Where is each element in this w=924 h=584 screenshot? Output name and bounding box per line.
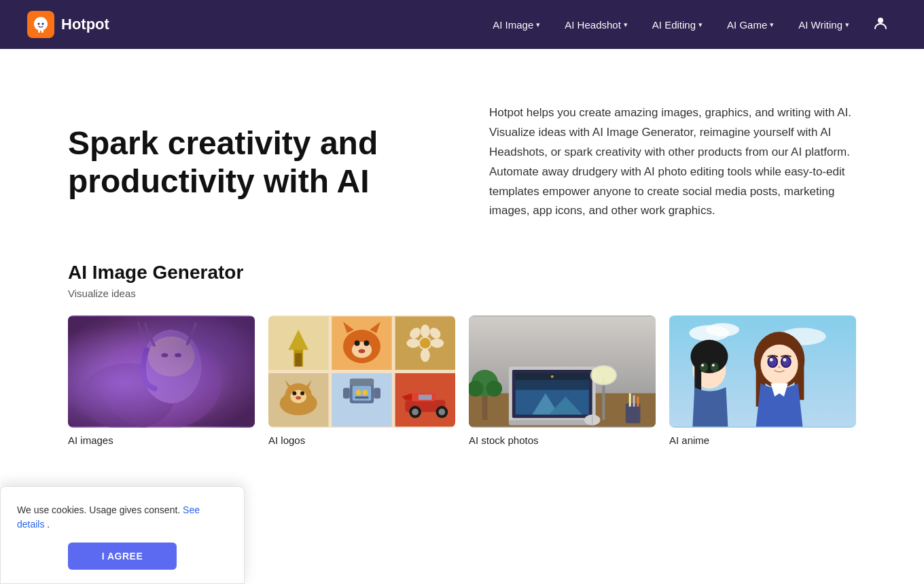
chevron-down-icon: ▾ [770,20,774,29]
card-image-ai-anime [669,315,856,428]
svg-point-67 [551,375,554,378]
nav-ai-headshot[interactable]: AI Headshot ▾ [555,14,637,36]
svg-rect-13 [295,354,302,367]
image-grid: AI images [68,315,856,446]
image-generator-section: AI Image Generator Visualize ideas [27,262,897,487]
card-label-ai-anime: AI anime [669,434,856,446]
svg-rect-61 [509,420,596,426]
svg-point-19 [355,341,360,346]
svg-rect-47 [343,388,350,399]
brand-logo[interactable]: Hotpot [27,11,109,38]
svg-rect-46 [350,379,374,385]
hero-section: Spark creativity and productivity with A… [27,49,897,262]
svg-point-74 [486,381,503,397]
svg-point-4 [101,337,221,428]
svg-point-8 [162,354,168,358]
chevron-down-icon: ▾ [845,20,849,29]
svg-point-54 [438,409,445,415]
svg-point-37 [296,396,301,400]
svg-point-6 [141,330,201,403]
svg-point-36 [300,392,304,396]
svg-point-91 [768,358,777,367]
chevron-down-icon: ▾ [698,20,703,29]
svg-point-95 [778,366,781,368]
svg-point-0 [38,23,40,25]
svg-point-27 [431,339,444,348]
card-ai-images[interactable]: AI images [68,315,255,446]
svg-point-102 [712,364,715,367]
svg-point-26 [406,339,420,348]
brand-icon [27,11,54,38]
nav-ai-image[interactable]: AI Image ▾ [483,14,550,36]
svg-point-7 [148,337,195,377]
svg-point-30 [420,338,431,349]
svg-point-43 [356,390,361,396]
nav-ai-editing[interactable]: AI Editing ▾ [643,14,712,36]
svg-rect-78 [637,397,639,407]
hero-description-block: Hotpot helps you create amazing images, … [489,103,856,221]
hero-title-block: Spark creativity and productivity with A… [68,124,435,199]
svg-point-25 [421,349,430,362]
svg-point-20 [363,341,369,346]
svg-point-92 [782,358,790,367]
card-image-ai-images [68,315,255,428]
brand-text: Hotpot [61,16,109,33]
svg-rect-76 [629,394,631,407]
svg-rect-98 [694,357,701,394]
svg-rect-45 [355,397,369,399]
card-image-ai-stock [469,315,656,428]
svg-point-88 [761,345,798,385]
svg-point-35 [292,392,296,396]
svg-point-100 [711,363,719,373]
section-title: AI Image Generator [68,262,856,284]
svg-point-24 [421,325,430,339]
user-account-icon[interactable] [864,10,897,40]
section-subtitle: Visualize ideas [68,288,856,299]
card-ai-logos[interactable]: AI logos [268,315,455,446]
svg-point-44 [362,390,368,396]
svg-point-93 [770,358,773,362]
svg-point-99 [700,363,708,373]
svg-point-2 [878,18,883,23]
hero-title: Spark creativity and productivity with A… [68,124,435,199]
card-image-ai-logos [268,315,455,428]
svg-point-70 [592,366,616,384]
navbar: Hotpot AI Image ▾ AI Headshot ▾ AI Editi… [0,0,924,49]
svg-point-9 [175,354,181,358]
hero-description: Hotpot helps you create amazing images, … [489,103,856,221]
svg-point-5 [82,364,175,428]
svg-point-21 [359,349,366,354]
card-label-ai-logos: AI logos [268,434,455,446]
card-label-ai-images: AI images [68,434,255,446]
nav-ai-writing[interactable]: AI Writing ▾ [789,14,859,36]
chevron-down-icon: ▾ [624,20,628,29]
card-label-ai-stock: AI stock photos [469,434,656,446]
svg-rect-56 [419,395,432,400]
svg-rect-3 [68,317,255,427]
nav-ai-game[interactable]: AI Game ▾ [717,14,783,36]
chevron-down-icon: ▾ [536,20,540,29]
svg-rect-48 [374,388,380,399]
svg-point-94 [783,358,786,362]
svg-point-52 [412,409,419,415]
svg-point-1 [42,23,44,25]
card-ai-anime[interactable]: AI anime [669,315,856,446]
svg-point-101 [701,364,704,367]
svg-rect-77 [633,396,635,407]
cookie-banner: We use cookies. Usage gives consent. See… [0,486,245,487]
svg-point-83 [706,324,739,337]
nav-items: AI Image ▾ AI Headshot ▾ AI Editing ▾ AI… [483,10,897,40]
card-ai-stock[interactable]: AI stock photos [469,315,656,446]
